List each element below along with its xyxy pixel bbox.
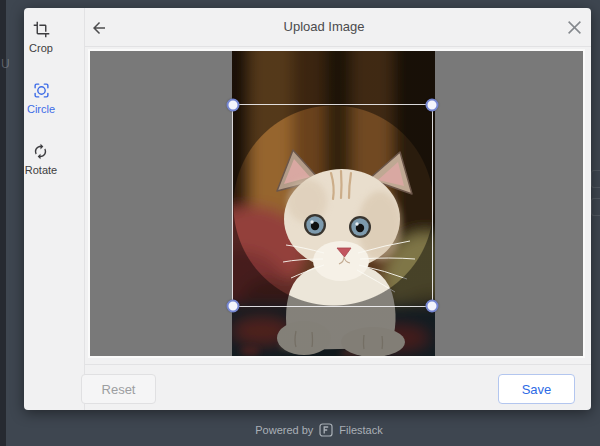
filestack-logo-icon <box>319 423 333 437</box>
tool-label: Crop <box>29 42 53 54</box>
background-faint-shape <box>591 170 600 188</box>
background-faint-shape <box>591 198 600 216</box>
modal-footer: Reset Save <box>85 364 591 411</box>
brand-name: Filestack <box>339 424 382 436</box>
crop-icon <box>33 21 50 38</box>
reset-button[interactable]: Reset <box>81 374 156 404</box>
crop-handle-se[interactable] <box>426 300 439 313</box>
tool-label: Circle <box>27 103 55 115</box>
tool-sidebar: Crop Circle <box>24 8 58 410</box>
tool-rotate[interactable]: Rotate <box>25 143 57 176</box>
modal-title: Upload Image <box>85 8 563 46</box>
tool-label: Rotate <box>25 164 57 176</box>
upload-image-modal: Crop Circle <box>24 8 591 410</box>
modal-header: Upload Image <box>85 8 591 47</box>
close-button[interactable] <box>565 18 583 36</box>
crop-handle-nw[interactable] <box>227 99 240 112</box>
tool-crop[interactable]: Crop <box>29 21 53 54</box>
crop-handle-sw[interactable] <box>227 300 240 313</box>
circle-crop-icon <box>33 82 50 99</box>
crop-selection[interactable] <box>232 104 433 307</box>
crop-handle-ne[interactable] <box>426 99 439 112</box>
page: Up Powered by Filestack Crop <box>0 0 600 446</box>
tool-circle[interactable]: Circle <box>27 82 55 115</box>
powered-by-text: Powered by <box>255 424 313 436</box>
modal-pane: Upload Image <box>84 8 591 410</box>
edit-canvas <box>88 49 585 358</box>
photo-kitten <box>232 51 435 356</box>
background-clipped-text: Up <box>1 57 10 71</box>
powered-by-footer: Powered by Filestack <box>38 423 600 437</box>
rotate-icon <box>32 143 49 160</box>
close-x-icon <box>567 20 582 35</box>
save-button[interactable]: Save <box>498 374 575 404</box>
